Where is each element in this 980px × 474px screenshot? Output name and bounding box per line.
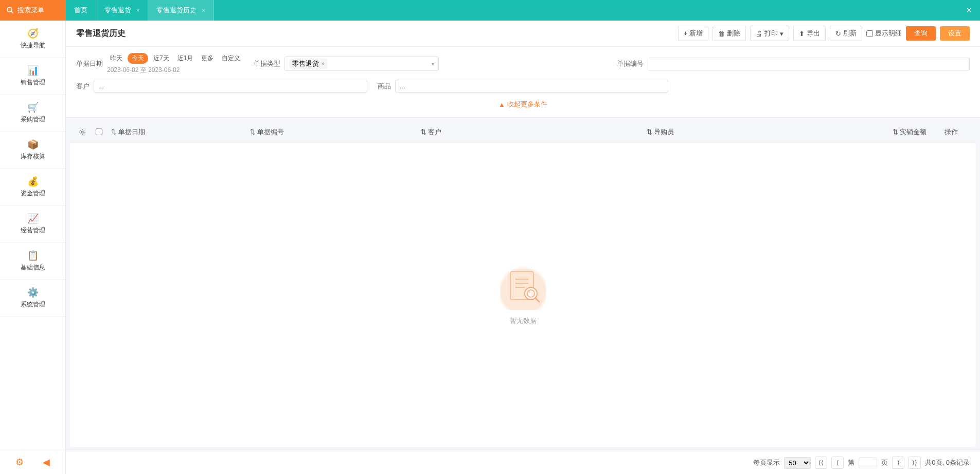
system-icon: ⚙️ xyxy=(27,287,39,298)
th-guide-sort-icon: ⇅ xyxy=(647,128,652,136)
next-page-btn[interactable]: ⟩ xyxy=(892,457,904,469)
svg-point-0 xyxy=(7,7,12,12)
th-amount[interactable]: ⇅ 实销金额 xyxy=(814,127,931,137)
shortcut-1month[interactable]: 近1月 xyxy=(174,53,197,64)
filter-area: 单据日期 昨天 今天 近7天 近1月 更多 自定义 2023-06-02 至 2… xyxy=(66,47,980,118)
collapse-icon: ▲ xyxy=(498,101,505,108)
finance-icon: 💰 xyxy=(27,176,39,187)
empty-state-svg xyxy=(500,264,546,310)
tab-retail-return-close[interactable]: × xyxy=(136,7,139,13)
delete-icon: 🗑 xyxy=(718,30,725,38)
sidebar-item-purchase[interactable]: 🛒 采购管理 xyxy=(0,95,65,132)
svg-line-9 xyxy=(536,298,539,302)
shortcut-more[interactable]: 更多 xyxy=(198,53,217,64)
sidebar-item-inventory[interactable]: 📦 库存核算 xyxy=(0,132,65,169)
page-input[interactable]: 1 xyxy=(859,458,877,468)
customer-input[interactable] xyxy=(94,80,367,93)
sidebar-item-operations-label: 经营管理 xyxy=(21,226,45,235)
page-title: 零售退货历史 xyxy=(76,28,126,39)
prev-page-btn[interactable]: ⟨ xyxy=(831,457,844,469)
type-filter-label: 单据类型 xyxy=(254,59,280,68)
per-page-label: 每页显示 xyxy=(753,458,780,467)
basic-info-icon: 📋 xyxy=(27,250,39,261)
export-icon: ⬆ xyxy=(799,30,805,38)
num-input[interactable] xyxy=(648,58,970,70)
refresh-icon: ↻ xyxy=(835,30,841,38)
th-ops-text: 操作 xyxy=(945,127,958,137)
search-box[interactable]: 搜索菜单 xyxy=(0,0,66,21)
date-shortcuts: 昨天 今天 近7天 近1月 更多 自定义 xyxy=(107,53,243,64)
customer-filter-label: 客户 xyxy=(76,82,90,91)
collapse-bar[interactable]: ▲ 收起更多条件 xyxy=(76,98,970,111)
close-window-btn[interactable]: × xyxy=(958,5,980,16)
search-label: 搜索菜单 xyxy=(17,6,44,15)
shortcut-custom[interactable]: 自定义 xyxy=(219,53,243,64)
goods-filter: 商品 xyxy=(378,80,669,93)
sidebar-item-quick-nav[interactable]: 🧭 快捷导航 xyxy=(0,21,65,58)
refresh-button[interactable]: ↻ 刷新 xyxy=(830,26,862,41)
shortcut-7days[interactable]: 近7天 xyxy=(150,53,172,64)
delete-button[interactable]: 🗑 删除 xyxy=(712,26,746,41)
new-button[interactable]: + 新增 xyxy=(678,26,708,41)
pagination: 每页显示 50 20 100 ⟨⟨ ⟨ 第 1 页 ⟩ ⟩⟩ 共0页, 0条记录 xyxy=(66,451,980,474)
display-detail-checkbox[interactable] xyxy=(866,30,873,37)
table-settings[interactable] xyxy=(74,129,91,136)
sidebar-item-finance[interactable]: 💰 资金管理 xyxy=(0,169,65,206)
th-date-text: 单据日期 xyxy=(118,127,145,137)
refresh-button-label: 刷新 xyxy=(843,29,857,38)
table-area: ⇅ 单据日期 ⇅ 单据编号 ⇅ 客户 ⇅ 导购员 ⇅ 实销金额 xyxy=(70,122,976,447)
table-header: ⇅ 单据日期 ⇅ 单据编号 ⇅ 客户 ⇅ 导购员 ⇅ 实销金额 xyxy=(70,122,976,142)
new-button-label: + 新增 xyxy=(684,29,703,38)
settings-button[interactable]: 设置 xyxy=(940,26,970,41)
settings-bottom-icon[interactable]: ⚙ xyxy=(15,457,24,468)
sidebar-item-system[interactable]: ⚙️ 系统管理 xyxy=(0,280,65,317)
date-filter: 单据日期 昨天 今天 近7天 近1月 更多 自定义 2023-06-02 至 2… xyxy=(76,53,243,75)
tab-retail-return-label: 零售退货 xyxy=(104,6,131,15)
toolbar: + 新增 🗑 删除 🖨 打印 ▾ ⬆ 导出 ↻ 刷新 xyxy=(678,26,970,41)
per-page-select[interactable]: 50 20 100 xyxy=(784,457,811,469)
collapse-sidebar-icon[interactable]: ◀ xyxy=(43,457,50,468)
shortcut-yesterday[interactable]: 昨天 xyxy=(107,53,126,64)
sidebar-item-operations[interactable]: 📈 经营管理 xyxy=(0,206,65,243)
type-tag-close[interactable]: × xyxy=(321,61,324,67)
filter-row-2: 客户 商品 xyxy=(76,80,970,93)
th-date[interactable]: ⇅ 单据日期 xyxy=(107,127,246,137)
search-icon xyxy=(6,6,14,14)
th-guide[interactable]: ⇅ 导购员 xyxy=(643,127,814,137)
type-dropdown-icon[interactable]: ▾ xyxy=(432,61,434,67)
th-customer[interactable]: ⇅ 客户 xyxy=(417,127,643,137)
first-page-btn[interactable]: ⟨⟨ xyxy=(815,457,827,469)
print-dropdown-icon: ▾ xyxy=(780,30,783,38)
collapse-label: 收起更多条件 xyxy=(507,100,547,109)
sidebar-item-finance-label: 资金管理 xyxy=(21,189,45,198)
shortcut-today[interactable]: 今天 xyxy=(128,53,148,64)
print-button[interactable]: 🖨 打印 ▾ xyxy=(750,26,789,41)
pagination-summary: 共0页, 0条记录 xyxy=(925,458,970,467)
last-page-btn[interactable]: ⟩⟩ xyxy=(908,457,921,469)
num-filter-label: 单据编号 xyxy=(617,59,644,68)
th-guide-text: 导购员 xyxy=(654,127,674,137)
tab-retail-return-history[interactable]: 零售退货历史 × xyxy=(148,0,213,21)
sidebar-item-basic-info[interactable]: 📋 基础信息 xyxy=(0,243,65,280)
quick-nav-icon: 🧭 xyxy=(27,28,39,39)
delete-button-label: 删除 xyxy=(727,29,740,38)
table-settings-icon xyxy=(79,129,86,136)
tab-home[interactable]: 首页 xyxy=(66,0,96,21)
export-button[interactable]: ⬆ 导出 xyxy=(793,26,826,41)
query-button[interactable]: 查询 xyxy=(906,26,936,41)
type-select[interactable]: 零售退货 × ▾ xyxy=(284,57,439,71)
th-num[interactable]: ⇅ 单据编号 xyxy=(246,127,417,137)
goods-input[interactable] xyxy=(395,80,669,93)
sidebar-item-sales[interactable]: 📊 销售管理 xyxy=(0,58,65,95)
table-select-all[interactable] xyxy=(91,129,107,135)
sales-icon: 📊 xyxy=(27,65,39,76)
tab-retail-return[interactable]: 零售退货 × xyxy=(96,0,148,21)
empty-text: 暂无数据 xyxy=(510,316,537,325)
th-amount-text: 实销金额 xyxy=(900,127,926,137)
svg-line-1 xyxy=(11,11,13,13)
tab-retail-return-history-label: 零售退货历史 xyxy=(156,6,197,15)
tab-retail-return-history-close[interactable]: × xyxy=(202,7,205,13)
main-layout: 🧭 快捷导航 📊 销售管理 🛒 采购管理 📦 库存核算 💰 资金管理 📈 经营管… xyxy=(0,21,980,474)
print-button-label: 打印 xyxy=(764,29,778,38)
select-all-checkbox[interactable] xyxy=(96,129,102,135)
